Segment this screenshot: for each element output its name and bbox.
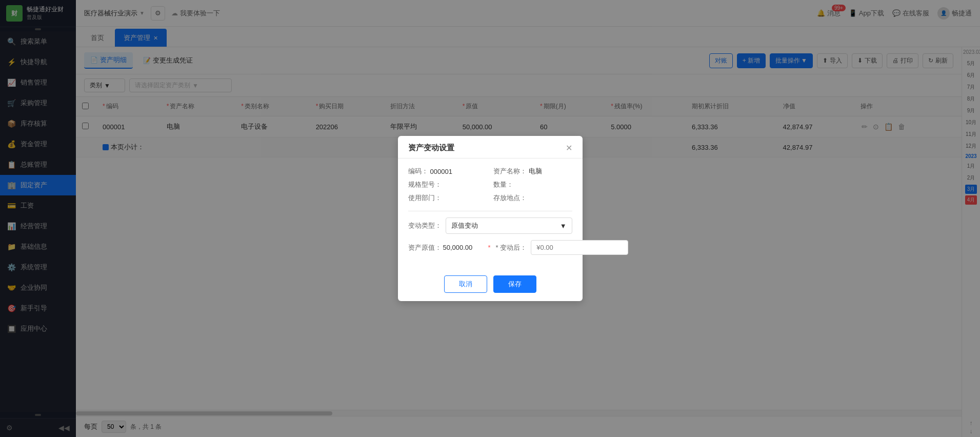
modal-required-star: * — [488, 244, 491, 251]
modal-divider — [408, 211, 572, 211]
modal-overlay: 资产变动设置 ✕ 编码： 000001 资产名称： 电脑 规格型号： 数量： — [0, 0, 980, 437]
modal-dept-label: 使用部门： — [408, 193, 442, 203]
modal-select-arrow-icon: ▼ — [560, 222, 567, 230]
modal-dept-row: 使用部门： — [408, 193, 487, 203]
modal-body: 编码： 000001 资产名称： 电脑 规格型号： 数量： 使用部门： — [398, 158, 583, 269]
modal-code-label: 编码： — [408, 167, 428, 176]
modal-name-label: 资产名称： — [493, 167, 527, 176]
modal-spec-row: 规格型号： — [408, 180, 487, 189]
modal-value-row: 资产原值： 50,000.00 * * 变动后： — [408, 240, 572, 255]
modal-code-value: 000001 — [430, 168, 452, 175]
modal-name-row: 资产名称： 电脑 — [493, 167, 572, 176]
modal-change-type-value: 原值变动 — [451, 221, 478, 230]
modal-info-grid: 编码： 000001 资产名称： 电脑 规格型号： 数量： 使用部门： — [408, 167, 572, 203]
modal-location-label: 存放地点： — [493, 193, 527, 203]
modal-close-button[interactable]: ✕ — [566, 143, 572, 153]
modal-cancel-button[interactable]: 取消 — [444, 275, 487, 293]
modal-quantity-row: 数量： — [493, 180, 572, 189]
asset-change-modal: 资产变动设置 ✕ 编码： 000001 资产名称： 电脑 规格型号： 数量： — [398, 136, 583, 301]
modal-save-button[interactable]: 保存 — [493, 275, 536, 293]
modal-spec-label: 规格型号： — [408, 180, 442, 189]
modal-header: 资产变动设置 ✕ — [398, 136, 583, 158]
modal-after-change-input[interactable] — [531, 240, 628, 255]
modal-location-row: 存放地点： — [493, 193, 572, 203]
modal-change-type-row: 变动类型： 原值变动 ▼ — [408, 217, 572, 234]
modal-title: 资产变动设置 — [408, 143, 454, 153]
modal-name-value: 电脑 — [529, 167, 542, 176]
modal-change-type-select[interactable]: 原值变动 ▼ — [446, 217, 572, 234]
modal-original-value: 50,000.00 — [443, 244, 484, 251]
modal-original-value-label: 资产原值： — [408, 243, 439, 252]
modal-code-row: 编码： 000001 — [408, 167, 487, 176]
modal-footer: 取消 保存 — [398, 269, 583, 301]
modal-after-change-label: * 变动后： — [496, 243, 527, 252]
modal-quantity-label: 数量： — [493, 180, 513, 189]
modal-change-type-label: 变动类型： — [408, 221, 442, 230]
